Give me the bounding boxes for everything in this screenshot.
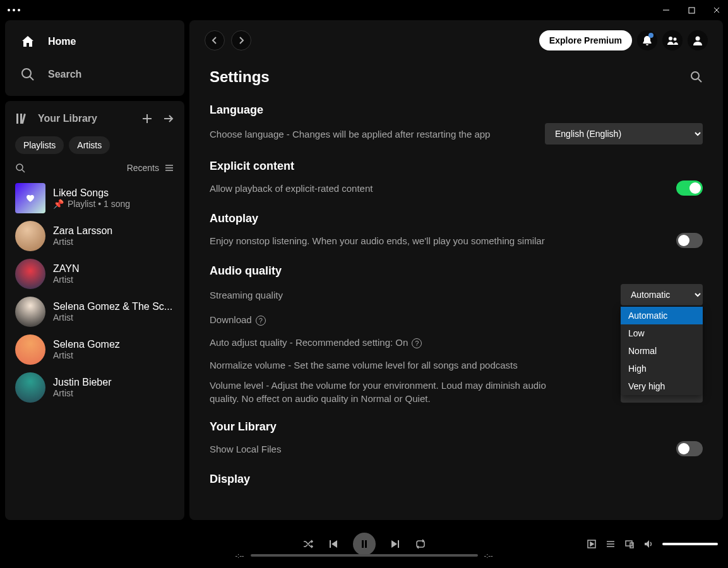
chip-artists[interactable]: Artists bbox=[69, 136, 110, 154]
people-icon bbox=[667, 35, 678, 46]
svg-marker-28 bbox=[391, 540, 397, 548]
library-item-sub: Artist bbox=[53, 350, 120, 360]
sidebar: Home Search Your Library Playlists A bbox=[5, 20, 184, 520]
explicit-heading: Explicit content bbox=[210, 160, 703, 173]
library-item-title: Selena Gomez & The Sc... bbox=[53, 301, 172, 312]
streaming-quality-select[interactable]: Automatic bbox=[621, 284, 703, 305]
nav-back-button[interactable] bbox=[205, 30, 225, 50]
repeat-button[interactable] bbox=[415, 538, 426, 550]
autoplay-toggle[interactable] bbox=[676, 233, 703, 248]
autoplay-heading: Autoplay bbox=[210, 212, 703, 225]
friends-button[interactable] bbox=[662, 30, 683, 50]
svg-rect-27 bbox=[398, 540, 399, 548]
nav-home-label: Home bbox=[48, 36, 76, 47]
library-search-button[interactable] bbox=[15, 163, 25, 173]
now-playing-button[interactable] bbox=[587, 539, 597, 549]
shuffle-button[interactable] bbox=[302, 538, 314, 550]
skip-back-icon bbox=[328, 538, 339, 550]
library-item-title: Liked Songs bbox=[53, 187, 130, 199]
dropdown-option[interactable]: High bbox=[621, 360, 703, 377]
close-button[interactable] bbox=[713, 6, 720, 14]
library-item-title: ZAYN bbox=[53, 263, 79, 275]
local-files-toggle[interactable] bbox=[676, 441, 703, 456]
volume-icon bbox=[643, 539, 653, 549]
expand-library-button[interactable] bbox=[163, 113, 174, 124]
nav-home[interactable]: Home bbox=[5, 25, 184, 58]
sort-label: Recents bbox=[127, 163, 159, 173]
avatar bbox=[15, 221, 45, 251]
settings-search-button[interactable] bbox=[690, 71, 703, 83]
normalize-label: Normalize volume - Set the same volume l… bbox=[210, 358, 518, 372]
explicit-desc: Allow playback of explicit-rated content bbox=[210, 182, 373, 195]
avatar bbox=[15, 334, 45, 365]
dropdown-option[interactable]: Automatic bbox=[621, 307, 703, 324]
skip-forward-icon bbox=[390, 538, 401, 550]
svg-point-20 bbox=[691, 72, 699, 80]
settings-scroll[interactable]: Settings Language Choose language - Chan… bbox=[189, 61, 723, 520]
app-menu-button[interactable] bbox=[8, 9, 20, 11]
library-item-sub: Artist bbox=[53, 237, 112, 247]
nav-search[interactable]: Search bbox=[5, 58, 184, 91]
chevron-right-icon bbox=[236, 35, 246, 45]
nav-forward-button[interactable] bbox=[231, 30, 251, 50]
dropdown-option[interactable]: Low bbox=[621, 324, 703, 342]
library-item[interactable]: Justin BieberArtist bbox=[10, 369, 179, 406]
dropdown-option[interactable]: Normal bbox=[621, 342, 703, 360]
devices-icon bbox=[624, 539, 635, 549]
list-icon bbox=[164, 163, 174, 173]
library-label: Your Library bbox=[38, 113, 97, 124]
home-icon bbox=[20, 34, 35, 49]
autoadjust-label: Auto adjust quality - Recommended settin… bbox=[210, 336, 422, 349]
avatar bbox=[15, 183, 45, 213]
time-total: -:-- bbox=[484, 552, 493, 559]
maximize-button[interactable] bbox=[688, 6, 695, 14]
library-item[interactable]: Zara LarssonArtist bbox=[10, 217, 179, 255]
chip-playlists[interactable]: Playlists bbox=[15, 136, 64, 154]
minimize-button[interactable] bbox=[662, 6, 670, 14]
player-bar: -:-- -:-- bbox=[0, 520, 728, 568]
heart-icon bbox=[25, 192, 36, 204]
library-icon bbox=[15, 111, 30, 126]
svg-point-17 bbox=[669, 37, 672, 40]
dropdown-option[interactable]: Very high bbox=[621, 377, 703, 395]
svg-rect-26 bbox=[365, 540, 367, 548]
window-controls bbox=[662, 6, 720, 14]
main-content: Explore Premium Settings Language bbox=[189, 20, 723, 520]
library-item-sub: Artist bbox=[53, 312, 172, 322]
explore-premium-button[interactable]: Explore Premium bbox=[539, 30, 632, 50]
notifications-button[interactable] bbox=[637, 30, 657, 50]
volume-button[interactable] bbox=[643, 539, 653, 549]
library-item[interactable]: Liked Songs📌Playlist • 1 song bbox=[10, 179, 179, 217]
progress-bar[interactable] bbox=[251, 554, 478, 557]
help-icon[interactable]: ? bbox=[256, 316, 266, 326]
search-icon bbox=[15, 163, 25, 173]
queue-button[interactable] bbox=[606, 539, 616, 549]
notification-dot-icon bbox=[648, 33, 653, 38]
library-item[interactable]: ZAYNArtist bbox=[10, 255, 179, 293]
library-item[interactable]: Selena GomezArtist bbox=[10, 331, 179, 369]
create-playlist-button[interactable] bbox=[141, 113, 153, 124]
library-item-title: Zara Larsson bbox=[53, 225, 112, 237]
library-item-title: Justin Bieber bbox=[53, 377, 112, 388]
svg-rect-1 bbox=[689, 8, 695, 13]
volume-slider[interactable] bbox=[662, 543, 718, 545]
pin-icon: 📌 bbox=[53, 199, 64, 209]
explicit-toggle[interactable] bbox=[676, 180, 703, 196]
svg-marker-31 bbox=[590, 542, 594, 546]
sort-button[interactable]: Recents bbox=[127, 163, 174, 173]
search-icon bbox=[20, 67, 35, 82]
library-item[interactable]: Selena Gomez & The Sc...Artist bbox=[10, 293, 179, 331]
svg-rect-6 bbox=[16, 114, 18, 124]
nav-search-label: Search bbox=[48, 69, 81, 80]
library-button[interactable]: Your Library bbox=[15, 111, 97, 126]
svg-marker-37 bbox=[645, 540, 649, 548]
search-icon bbox=[690, 71, 703, 83]
language-heading: Language bbox=[210, 104, 703, 117]
help-icon[interactable]: ? bbox=[412, 338, 422, 348]
profile-button[interactable] bbox=[688, 30, 708, 50]
titlebar bbox=[0, 0, 728, 20]
previous-button[interactable] bbox=[328, 538, 339, 550]
next-button[interactable] bbox=[390, 538, 401, 550]
language-select[interactable]: English (English) bbox=[545, 123, 703, 145]
devices-button[interactable] bbox=[624, 539, 635, 549]
